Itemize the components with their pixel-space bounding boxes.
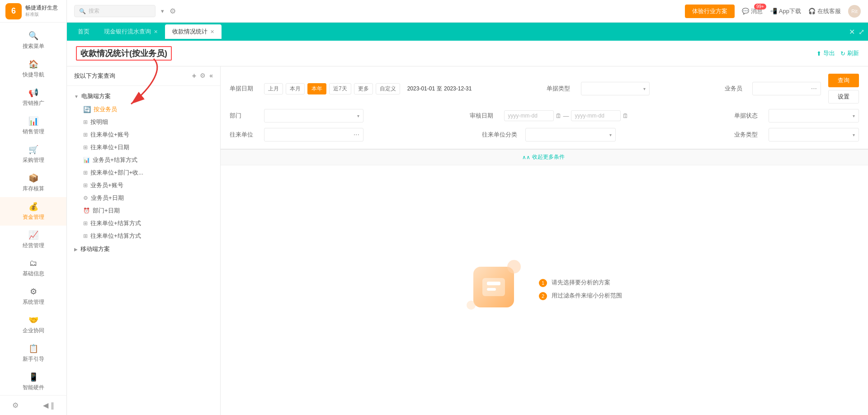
dept-select[interactable]: ▾ xyxy=(264,109,363,123)
add-scheme-btn[interactable]: + xyxy=(192,72,196,80)
tree-item-by-counterpart-dept[interactable]: ⊞ 按来单位+部门+收... xyxy=(76,166,220,179)
close-all-btn[interactable]: ✕ xyxy=(849,28,855,36)
tree-item-counterpart-settlement2[interactable]: ⊞ 往来单位+结算方式 xyxy=(76,230,220,242)
sidebar-item-quicknav[interactable]: 🏠 快捷导航 xyxy=(0,55,66,83)
counterpart-select[interactable]: ··· xyxy=(264,128,363,141)
message-icon: 💬 xyxy=(742,8,749,14)
export-btn[interactable]: ⬆ 导出 xyxy=(816,49,835,57)
tree-item-by-salesperson[interactable]: 🔄 按业务员 xyxy=(76,103,220,116)
tree-item-salesperson-settlement[interactable]: 📊 业务员+结算方式 xyxy=(76,154,220,166)
tree-mobile-expand-icon: ▶ xyxy=(74,247,78,252)
settings-btn[interactable]: 设置 xyxy=(828,90,859,104)
search-icon-topbar: 🔍 xyxy=(79,8,86,14)
tree-desktop-section[interactable]: ▼ 电脑端方案 xyxy=(67,90,220,103)
voucher-status-label: 单据状态 xyxy=(734,112,761,120)
sidebar-item-label: 智能硬件 xyxy=(23,384,44,391)
online-service-btn[interactable]: 🎧 在线客服 xyxy=(808,7,841,15)
counterpart-settlement1-icon: ⊞ xyxy=(83,220,88,226)
tree-item-counterpart-date[interactable]: ⊞ 往来单位+日期 xyxy=(76,141,220,154)
footer-settings-btn[interactable]: ⚙ xyxy=(12,401,19,410)
scheme-settings-icon[interactable]: ⚙ xyxy=(200,72,206,80)
user-name: Rit xyxy=(851,9,857,14)
empty-steps: 1 请先选择要分析的方案 2 用过滤条件来缩小分析范围 xyxy=(539,278,622,305)
business-type-label: 业务类型 xyxy=(734,131,761,139)
collapse-panel-btn[interactable]: « xyxy=(209,72,213,80)
collapse-conditions-btn[interactable]: ∧∧ 收起更多条件 xyxy=(221,149,868,165)
page-header: 收款情况统计(按业务员) ⬆ 导出 ↻ 刷新 xyxy=(67,41,868,66)
sidebar-item-finance[interactable]: 💰 资金管理 xyxy=(0,197,66,226)
sidebar-item-system[interactable]: ⚙ 系统管理 xyxy=(0,282,66,311)
tree-item-counterpart-account[interactable]: ⊞ 往来单位+账号 xyxy=(76,128,220,141)
tree-item-salesperson-date[interactable]: ⚙ 业务员+日期 xyxy=(76,192,220,204)
tree-item-dept-date[interactable]: ⏰ 部门+日期 xyxy=(76,204,220,217)
sidebar-item-search[interactable]: 🔍 搜索菜单 xyxy=(0,26,66,55)
sidebar-item-label: 资金管理 xyxy=(23,213,44,221)
sidebar-item-marketing[interactable]: 📢 营销推广 xyxy=(0,83,66,112)
sidebar-item-inventory[interactable]: 📦 库存核算 xyxy=(0,169,66,197)
more-btn[interactable]: 更多 xyxy=(354,83,373,94)
tree-mobile-label: 移动端方案 xyxy=(80,245,110,253)
sidebar-item-enterprise[interactable]: 🤝 企业协同 xyxy=(0,311,66,339)
message-btn[interactable]: 💬 消息 99+ xyxy=(742,7,763,15)
tree-item-label: 业务员+日期 xyxy=(91,194,124,202)
topbar-gear-icon[interactable]: ⚙ xyxy=(170,7,176,15)
tree-item-by-detail[interactable]: ⊞ 按明细 xyxy=(76,116,220,128)
sidebar-item-label: 库存核算 xyxy=(23,185,44,193)
sidebar-item-sales[interactable]: 📊 销售管理 xyxy=(0,112,66,140)
topbar-dropdown-icon[interactable]: ▾ xyxy=(161,8,164,14)
audit-date-start[interactable]: yyyy-mm-dd xyxy=(504,110,554,121)
last7days-btn[interactable]: 近7天 xyxy=(329,83,351,94)
search-box[interactable]: 🔍 搜索 xyxy=(74,5,156,17)
sidebar-item-basicinfo[interactable]: 🗂 基础信息 xyxy=(0,254,66,282)
tree-item-salesperson-account[interactable]: ⊞ 业务员+账号 xyxy=(76,179,220,192)
voucher-status-select[interactable]: ▾ xyxy=(769,109,859,123)
refresh-btn[interactable]: ↻ 刷新 xyxy=(840,49,859,57)
tree-item-label: 部门+日期 xyxy=(93,207,120,215)
sidebar-item-hardware[interactable]: 📱 智能硬件 xyxy=(0,368,66,395)
filter-row-date: 单据日期 上月 本月 本年 近7天 更多 自定义 2023-01-01 至 20… xyxy=(230,74,859,104)
tab-bank-close[interactable]: ✕ xyxy=(154,29,158,35)
page-title: 收款情况统计(按业务员) xyxy=(76,46,172,61)
tab-receipts[interactable]: 收款情况统计 ✕ xyxy=(165,24,222,39)
sidebar-item-label: 销售管理 xyxy=(23,128,44,136)
sidebar-item-label: 搜索菜单 xyxy=(23,42,44,50)
this-year-btn[interactable]: 本年 xyxy=(307,83,326,94)
trial-button[interactable]: 体验行业方案 xyxy=(685,5,735,18)
business-type-select[interactable]: ▾ xyxy=(769,128,859,141)
app-download-btn[interactable]: 📲 App下载 xyxy=(770,7,801,15)
hardware-icon: 📱 xyxy=(28,372,38,382)
tree-item-counterpart-settlement[interactable]: ⊞ 往来单位+结算方式 xyxy=(76,217,220,230)
user-avatar[interactable]: Rit xyxy=(848,5,861,18)
panel-header-title: 按以下方案查询 xyxy=(74,72,115,80)
logo-area: 6 畅捷通好生意 标准版 xyxy=(0,0,66,23)
salesperson-select[interactable]: ··· xyxy=(752,82,821,95)
counterpart-account-icon: ⊞ xyxy=(83,132,88,138)
step-1-text: 请先选择要分析的方案 xyxy=(552,278,610,287)
tab-bank[interactable]: 现金银行流水查询 ✕ xyxy=(97,24,165,39)
sidebar-item-purchase[interactable]: 🛒 采购管理 xyxy=(0,140,66,169)
footer-collapse-btn[interactable]: ◀ ‖ xyxy=(43,401,54,410)
empty-step-1: 1 请先选择要分析的方案 xyxy=(539,278,622,287)
audit-date-end[interactable]: yyyy-mm-dd xyxy=(571,110,621,121)
tab-home[interactable]: 首页 xyxy=(71,24,97,39)
custom-btn[interactable]: 自定义 xyxy=(376,83,400,94)
voucher-type-select[interactable]: ▾ xyxy=(581,82,650,95)
query-btn[interactable]: 查询 xyxy=(828,74,859,87)
salesperson-more-icon: ··· xyxy=(811,85,817,93)
refresh-icon: ↻ xyxy=(840,50,845,57)
counterpart-category-select[interactable]: ▾ xyxy=(525,128,616,141)
collapse-label: 收起更多条件 xyxy=(532,153,565,161)
download-icon: 📲 xyxy=(770,8,777,14)
sidebar-item-guide[interactable]: 📋 新手引导 xyxy=(0,339,66,368)
sidebar: 6 畅捷通好生意 标准版 🔍 搜索菜单 🏠 快捷导航 📢 营销推广 📊 销售管理… xyxy=(0,0,67,415)
tree-mobile-section[interactable]: ▶ 移动端方案 xyxy=(67,242,220,256)
enterprise-icon: 🤝 xyxy=(28,315,38,325)
last-month-btn[interactable]: 上月 xyxy=(264,83,283,94)
sidebar-item-operations[interactable]: 📈 经营管理 xyxy=(0,226,66,254)
voucher-status-arrow: ▾ xyxy=(853,113,855,118)
sidebar-item-label: 营销推广 xyxy=(23,99,44,107)
this-month-btn[interactable]: 本月 xyxy=(286,83,305,94)
maximize-btn[interactable]: ⤢ xyxy=(859,28,864,36)
tab-home-label: 首页 xyxy=(78,28,90,36)
tab-receipts-close[interactable]: ✕ xyxy=(210,29,214,35)
